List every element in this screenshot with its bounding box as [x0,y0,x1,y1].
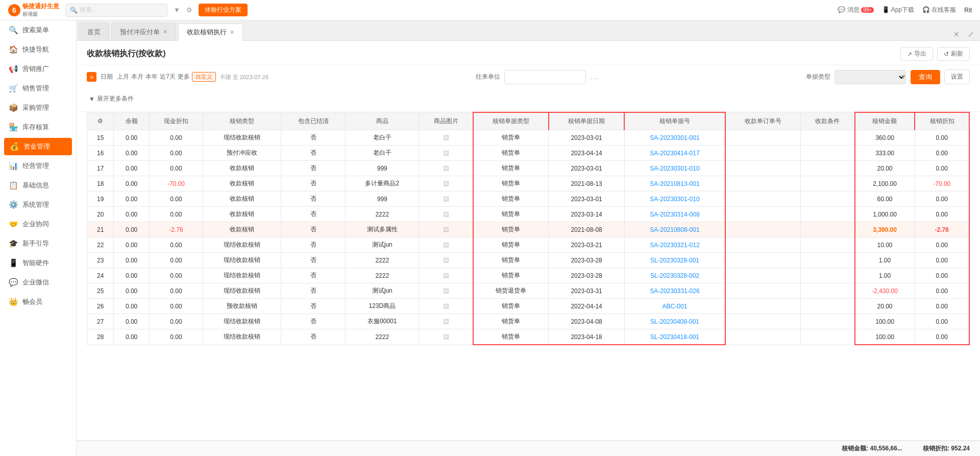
settings-icon[interactable]: ⚙ [186,6,192,14]
sidebar-item-finance[interactable]: 💰 资金管理 [4,138,72,155]
cell-cancel-type: 现结收款核销 [203,237,281,253]
cell-cancel-type: 现结收款核销 [203,253,281,268]
cell-cancel-bill-no[interactable]: SA-20230414-017 [624,146,725,161]
cell-receipt-order-no [725,268,800,283]
bill-no-link[interactable]: SA-20230301-010 [650,196,699,203]
settings-btn[interactable]: 设置 [944,69,970,84]
industry-solution-btn[interactable]: 休验行业方案 [199,4,248,16]
expand-more-row: ▼ 展开更多条件 [87,90,136,107]
tab-prepay[interactable]: 预付冲应付单 ✕ [111,23,176,40]
date-range-text: 不限 至 2023-07-26 [220,74,268,81]
sidebar-item-basics[interactable]: 📋 基础信息 [0,176,76,195]
date-more[interactable]: 更多 [178,73,190,81]
bill-type-select[interactable] [835,70,906,84]
filter-toggle-btn[interactable]: » [87,72,96,82]
bill-no-link[interactable]: SL-20230408-001 [650,318,699,325]
refresh-btn[interactable]: ↺ 刷新 [937,47,970,61]
bill-no-link[interactable]: SL-20230328-002 [650,272,699,279]
cell-cancel-bill-no[interactable]: SA-20230314-008 [624,207,725,222]
bill-no-link[interactable]: SA-20230301-001 [650,134,699,141]
sidebar-item-wechat[interactable]: 💬 企业微信 [0,273,76,292]
date-7days[interactable]: 近7天 [160,73,176,81]
sidebar-item-hardware[interactable]: 📱 智能硬件 [0,253,76,273]
bill-no-link[interactable]: SA-20230301-010 [650,165,699,172]
cell-cancel-bill-no[interactable]: SA-20210813-001 [624,176,725,191]
cell-product: 123D商品 [346,299,419,314]
tab-home[interactable]: 首页 [79,23,109,40]
online-service-btn[interactable]: 🎧 在线客服 [922,6,956,14]
bill-no-link[interactable]: SA-20230314-008 [650,211,699,218]
cell-cancel-bill-no[interactable]: SL-20230328-001 [624,253,725,268]
cell-cancel-amount: 20.00 [855,161,915,176]
logo-icon: 6 [8,4,20,16]
cell-cancel-bill-no[interactable]: SA-20230301-010 [624,161,725,176]
app-download-btn[interactable]: 📱 App下载 [882,6,914,14]
export-btn[interactable]: ↗ 导出 [900,47,933,61]
cell-cancel-bill-no[interactable]: SL-20230408-001 [624,314,725,329]
cell-id: 20 [87,207,114,222]
bill-no-link[interactable]: ABC-001 [663,303,688,310]
app-logo: 6 畅捷通好生意 标准版 [8,2,59,18]
cell-cancel-bill-no[interactable]: SA-20210808-001 [624,222,725,237]
cell-cancel-bill-no[interactable]: SA-20230321-012 [624,237,725,253]
date-last-month[interactable]: 上月 [117,73,129,81]
col-settings[interactable]: ⚙ [87,112,114,130]
tab-receipt-close[interactable]: ✕ [230,29,234,36]
bill-no-link[interactable]: SA-20230414-017 [650,150,699,157]
table-row: 260.000.00预收款核销否123D商品🖼销货单2022-04-14ABC-… [87,299,970,314]
cell-cancel-bill-no[interactable]: SL-20230328-002 [624,268,725,283]
sidebar-item-search[interactable]: 🔍 搜索菜单 [0,20,76,40]
sidebar-item-system[interactable]: ⚙️ 系统管理 [0,195,76,214]
bill-no-link[interactable]: SA-20230321-012 [650,242,699,249]
bill-no-link[interactable]: SA-20210813-001 [650,180,699,187]
cell-cancel-bill-no[interactable]: SL-20230418-001 [624,329,725,345]
cell-cancel-type: 现结收款核销 [203,329,281,345]
search-bar[interactable]: 🔍 搜索... [65,4,167,17]
date-this-month[interactable]: 本月 [131,73,143,81]
cell-include-settled: 否 [281,207,346,222]
messages-btn[interactable]: 💬 消息 99+ [838,6,874,14]
cell-cancel-bill-no[interactable]: SA-20230301-001 [624,130,725,146]
cell-product-image: 🖼 [419,253,473,268]
sidebar-item-operations[interactable]: 📊 经营管理 [0,156,76,176]
cell-cancel-bill-no[interactable]: SA-20230301-010 [624,191,725,207]
sidebar-item-marketing[interactable]: 📢 营销推广 [0,59,76,79]
maximize-tab-btn[interactable]: ⤢ [966,28,976,40]
close-tab-btn[interactable]: ✕ [951,28,962,40]
sidebar-item-sales[interactable]: 🛒 销售管理 [0,79,76,98]
sidebar-item-purchase[interactable]: 📦 采购管理 [0,98,76,117]
bill-no-link[interactable]: SA-20230331-026 [650,287,699,295]
tab-prepay-close[interactable]: ✕ [163,29,167,35]
cell-include-settled: 否 [281,253,346,268]
sidebar-item-inventory[interactable]: 🏪 库存核算 [0,117,76,137]
finance-icon: 💰 [9,142,19,151]
cell-include-settled: 否 [281,146,346,161]
cell-cancel-type: 收款核销 [203,191,281,207]
cell-cancel-bill-type: 销货单 [473,237,549,253]
cell-product-image: 🖼 [419,222,473,237]
tab-prepay-label: 预付冲应付单 [120,28,160,37]
cell-cancel-discount: 0.00 [915,329,969,345]
cell-cancel-amount: 20.00 [855,299,915,314]
footer-cancel-discount: 核销折扣: 952.24 [923,444,970,453]
from-unit-input[interactable] [504,70,586,84]
cell-cancel-type: 现结收款核销 [203,283,281,299]
query-btn[interactable]: 查询 [911,70,940,84]
cell-cancel-bill-no[interactable]: SA-20230331-026 [624,283,725,299]
main-content: 首页 预付冲应付单 ✕ 收款核销执行 ✕ ✕ ⤢ 收款核销执行(按收款) [77,20,980,456]
date-custom[interactable]: 自定义 [192,72,216,82]
sidebar-item-newbie[interactable]: 🎓 新手引导 [0,234,76,253]
sidebar-item-quicknav[interactable]: 🏠 快捷导航 [0,40,76,59]
cell-id: 18 [87,176,114,191]
expand-more-btn[interactable]: ▼ 展开更多条件 [89,94,134,103]
date-this-year[interactable]: 本年 [145,73,158,81]
col-settings-icon: ⚙ [97,117,103,125]
cell-cancel-bill-no[interactable]: ABC-001 [624,299,725,314]
bill-no-link[interactable]: SL-20230328-001 [650,257,699,264]
tab-receipt[interactable]: 收款核销执行 ✕ [178,23,243,41]
bill-no-link[interactable]: SL-20230418-001 [650,333,699,341]
bill-no-link[interactable]: SA-20210808-001 [650,226,699,233]
cell-receipt-condition [801,222,855,237]
sidebar-item-member[interactable]: 👑 畅会员 [0,292,76,311]
sidebar-item-collab[interactable]: 🤝 企业协同 [0,214,76,234]
